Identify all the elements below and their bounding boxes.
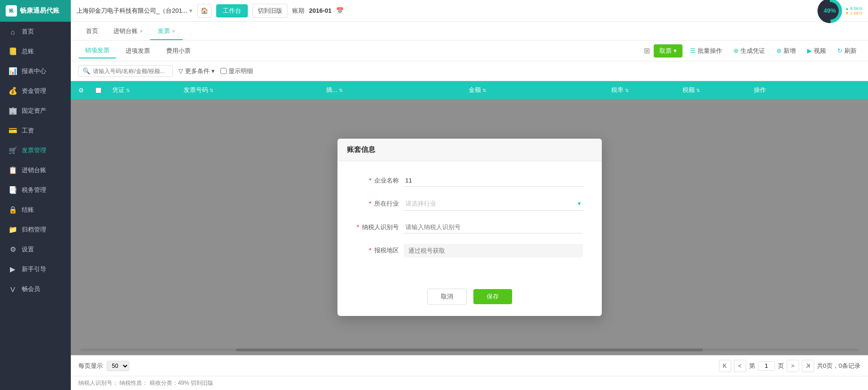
company-icon-btn[interactable]: 🏠 bbox=[197, 4, 211, 18]
sidebar-item-archive[interactable]: 📁 归档管理 bbox=[0, 220, 71, 240]
last-page-button[interactable]: K bbox=[802, 360, 814, 372]
sidebar-item-ledger[interactable]: 📒 总账 bbox=[0, 41, 71, 61]
sidebar-item-label-report: 报表中心 bbox=[22, 67, 46, 75]
th-action: 操作 bbox=[754, 86, 860, 94]
content-area: 销项发票 进项发票 费用小票 ⊞ 取票 ▾ ☰ 批量操作 ⊕ bbox=[71, 41, 868, 376]
th-tax-rate[interactable]: 税率 ⇅ bbox=[611, 86, 683, 94]
video-button[interactable]: ▶ 视频 bbox=[803, 45, 830, 57]
sidebar-item-salary[interactable]: 💳 工资 bbox=[0, 121, 71, 141]
sidebar-item-report[interactable]: 📊 报表中心 bbox=[0, 61, 71, 81]
th-tax-label: 税额 bbox=[683, 86, 695, 94]
th-tax-rate-label: 税率 bbox=[611, 86, 624, 94]
nav-tab-home[interactable]: 首页 bbox=[78, 23, 106, 40]
batch-op-button[interactable]: ☰ 批量操作 bbox=[686, 45, 726, 57]
sidebar-item-close[interactable]: 🔒 结账 bbox=[0, 200, 71, 220]
sidebar-item-guide[interactable]: ▶ 新手引导 bbox=[0, 259, 71, 279]
sidebar: 账 畅康通易代账 ⌂ 首页 📒 总账 📊 报表中心 💰 资金管理 🏢 固定资产 … bbox=[0, 0, 71, 390]
show-detail-checkbox[interactable] bbox=[220, 68, 227, 74]
th-amount-label: 金额 bbox=[469, 86, 481, 94]
sub-tab-expense[interactable]: 费用小票 bbox=[160, 44, 197, 58]
th-checkbox[interactable] bbox=[95, 87, 112, 93]
nav-tab-invoice[interactable]: 发票 × bbox=[150, 23, 182, 40]
nav-tab-purchase[interactable]: 进销台账 × bbox=[106, 23, 150, 40]
refresh-icon: ↻ bbox=[837, 47, 843, 54]
calendar-icon[interactable]: 📅 bbox=[336, 7, 344, 14]
prev-page-button[interactable]: < bbox=[734, 360, 746, 372]
sidebar-item-label-ledger: 总账 bbox=[22, 47, 34, 56]
refresh-button[interactable]: ↻ 刷新 bbox=[834, 45, 860, 57]
pagination-controls: K < 第 页 > K 共0页，0条记录 bbox=[719, 360, 860, 372]
sub-tab-sales-label: 销项发票 bbox=[85, 47, 110, 54]
modal-title: 账套信息 bbox=[347, 145, 375, 153]
th-settings: ⚙ bbox=[78, 87, 95, 94]
invoice-nav-icon: 🛒 bbox=[8, 146, 17, 155]
logo-text: 畅康通易代账 bbox=[20, 7, 59, 15]
company-dropdown-icon[interactable]: ▾ bbox=[189, 7, 193, 14]
industry-select-wrapper[interactable]: 请选择行业 ▾ bbox=[404, 197, 583, 211]
purchase-nav-icon: 📋 bbox=[8, 166, 17, 174]
sidebar-item-member[interactable]: V 畅会员 bbox=[0, 279, 71, 299]
workbench-button[interactable]: 工作台 bbox=[216, 4, 248, 17]
sidebar-item-home[interactable]: ⌂ 首页 bbox=[0, 22, 71, 41]
company-name: 上海卯金刀电子科技有限公司_（台201... ▾ bbox=[76, 7, 193, 15]
modal-footer: 取消 保存 bbox=[337, 281, 602, 316]
sub-tab-purchase[interactable]: 进项发票 bbox=[119, 44, 157, 58]
ticket-dropdown-icon[interactable]: ▾ bbox=[674, 47, 677, 54]
search-box: 🔍 bbox=[78, 65, 173, 77]
sub-tab-purchase-label: 进项发票 bbox=[126, 47, 150, 54]
ticket-button[interactable]: 取票 ▾ bbox=[654, 44, 683, 58]
th-invoice-no-label: 发票号码 bbox=[184, 86, 208, 94]
sub-tab-expense-label: 费用小票 bbox=[166, 47, 191, 54]
topbar: 上海卯金刀电子科技有限公司_（台201... ▾ 🏠 工作台 切到旧版 账期 2… bbox=[71, 0, 868, 22]
nav-tab-purchase-label: 进销台账 bbox=[113, 27, 138, 35]
th-voucher[interactable]: 凭证 ⇅ bbox=[112, 86, 184, 94]
archive-nav-icon: 📁 bbox=[8, 225, 17, 234]
current-page-input[interactable] bbox=[758, 361, 775, 371]
per-page-select[interactable]: 50 bbox=[107, 361, 129, 371]
cancel-button[interactable]: 取消 bbox=[427, 289, 467, 305]
total-records-text: 共0页，0条记录 bbox=[817, 362, 860, 370]
nav-tab-invoice-label: 发票 bbox=[158, 27, 170, 35]
industry-select[interactable]: 请选择行业 ▾ bbox=[404, 197, 583, 210]
ticket-btn-label: 取票 bbox=[659, 47, 672, 55]
first-page-button[interactable]: K bbox=[719, 360, 731, 372]
speed-indicator: 49% bbox=[817, 0, 842, 23]
nav-tabs: 首页 进销台账 × 发票 × bbox=[71, 22, 868, 41]
report-nav-icon: 📊 bbox=[8, 67, 17, 75]
batch-op-icon: ☰ bbox=[690, 47, 696, 54]
grid-view-icon[interactable]: ⊞ bbox=[644, 46, 650, 55]
next-page-button[interactable]: > bbox=[787, 360, 799, 372]
toolbar-right: ⊞ 取票 ▾ ☰ 批量操作 ⊕ 生成凭证 ⊕ 新增 ▶ bbox=[644, 44, 860, 58]
sidebar-item-tax[interactable]: 📑 税务管理 bbox=[0, 180, 71, 200]
th-status[interactable]: 摘... ⇅ bbox=[326, 86, 469, 94]
more-conditions-button[interactable]: ▽ 更多条件 ▾ bbox=[178, 67, 215, 75]
settings-nav-icon: ⚙ bbox=[8, 245, 17, 254]
sidebar-item-label-salary: 工资 bbox=[22, 126, 34, 135]
sidebar-item-invoice[interactable]: 🛒 发票管理 bbox=[0, 141, 71, 160]
save-button[interactable]: 保存 bbox=[473, 289, 512, 304]
gen-voucher-button[interactable]: ⊕ 生成凭证 bbox=[730, 45, 769, 57]
sub-tabs-bar: 销项发票 进项发票 费用小票 ⊞ 取票 ▾ ☰ 批量操作 ⊕ bbox=[71, 41, 868, 61]
industry-row: * 所在行业 请选择行业 ▾ bbox=[356, 197, 583, 211]
th-invoice-no[interactable]: 发票号码 ⇅ bbox=[184, 86, 326, 94]
th-tax[interactable]: 税额 ⇅ bbox=[683, 86, 754, 94]
search-input[interactable] bbox=[93, 68, 169, 75]
company-name-input[interactable] bbox=[404, 174, 583, 187]
period-value: 2016-01 bbox=[309, 7, 332, 14]
required-mark-1: * bbox=[369, 177, 371, 184]
sidebar-item-label-purchase: 进销台账 bbox=[22, 166, 46, 174]
sidebar-item-purchase[interactable]: 📋 进销台账 bbox=[0, 160, 71, 180]
speed-upload: ▲ 8.5K/s bbox=[845, 6, 862, 11]
switch-old-button[interactable]: 切到旧版 bbox=[253, 4, 287, 18]
close-purchase-tab-icon[interactable]: × bbox=[140, 28, 143, 34]
th-amount[interactable]: 金额 ⇅ bbox=[469, 86, 611, 94]
close-invoice-tab-icon[interactable]: × bbox=[172, 28, 175, 34]
tax-id-input[interactable] bbox=[404, 221, 583, 233]
new-button[interactable]: ⊕ 新增 bbox=[773, 45, 800, 57]
page-label-after: 页 bbox=[778, 362, 784, 370]
refresh-label: 刷新 bbox=[844, 47, 857, 55]
sidebar-item-fixed[interactable]: 🏢 固定资产 bbox=[0, 101, 71, 121]
sidebar-item-capital[interactable]: 💰 资金管理 bbox=[0, 81, 71, 101]
sub-tab-sales[interactable]: 销项发票 bbox=[78, 43, 116, 58]
sidebar-item-settings[interactable]: ⚙ 设置 bbox=[0, 240, 71, 259]
